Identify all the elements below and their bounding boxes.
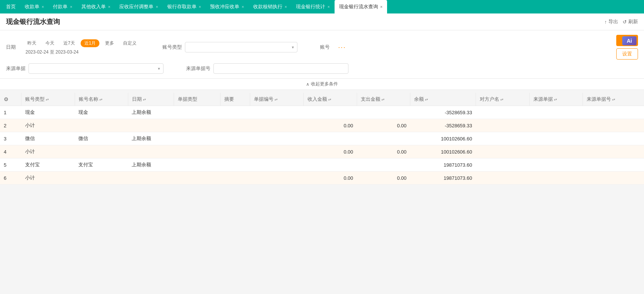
date-btn-1month[interactable]: 近1月 xyxy=(81,39,100,47)
th-expense[interactable]: 支出金额 ▴▾ xyxy=(357,93,410,106)
doc-no-cell xyxy=(250,119,303,132)
sort-icon-account-type: ▴▾ xyxy=(46,98,49,101)
date-btn-yesterday[interactable]: 昨天 xyxy=(24,39,40,48)
row-number: 2 xyxy=(0,119,21,132)
th-counterparty[interactable]: 对方户名 ▴▾ xyxy=(476,93,529,106)
row-number: 6 xyxy=(0,172,21,185)
expense-cell: 0.00 xyxy=(357,119,410,132)
nav-item-prepay[interactable]: 预收冲应收单 × xyxy=(206,0,248,13)
settings-button[interactable]: 设置 xyxy=(616,48,638,60)
date-cell xyxy=(128,145,174,158)
page-header: 现金银行流水查询 ↑ 导出 ↺ 刷新 xyxy=(0,13,644,30)
export-label: 导出 xyxy=(608,18,618,25)
account-type-label: 账号类型 xyxy=(162,44,182,51)
close-icon-other-income[interactable]: × xyxy=(108,0,110,13)
th-account-name[interactable]: 账号名称 ▴▾ xyxy=(75,93,128,106)
th-gear[interactable]: ⚙ xyxy=(0,93,21,106)
refresh-button[interactable]: ↺ 刷新 xyxy=(623,18,638,25)
table-row: 1现金现金上期余额-3528659.33 xyxy=(0,106,644,119)
th-date[interactable]: 日期 ▴▾ xyxy=(128,93,174,106)
account-type-cell: 小计 xyxy=(21,145,75,158)
close-icon-cash-stats[interactable]: × xyxy=(327,0,330,13)
nav-item-receipt[interactable]: 收款单 × xyxy=(20,0,48,13)
nav-item-payment[interactable]: 付款单 × xyxy=(48,0,77,13)
nav-item-ar-adjust[interactable]: 应收应付调整单 × xyxy=(115,0,162,13)
close-icon-payment[interactable]: × xyxy=(70,0,72,13)
collapse-bar[interactable]: ∧ 收起更多条件 xyxy=(0,79,644,90)
date-btn-7days[interactable]: 近7天 xyxy=(60,39,78,48)
close-icon-bank-deposit[interactable]: × xyxy=(199,0,201,13)
expense-cell xyxy=(357,158,410,172)
date-btn-group: 昨天 今天 近7天 近1月 更多 自定义 xyxy=(24,39,140,48)
nav-item-cash-flow[interactable]: 现金银行流水查询 × xyxy=(335,0,387,13)
source-doc-no-cell xyxy=(582,132,644,145)
nav-label-write-off: 收款核销执行 xyxy=(253,0,282,13)
header-actions: ↑ 导出 ↺ 刷新 xyxy=(605,18,638,25)
close-icon-cash-flow[interactable]: × xyxy=(380,0,383,13)
more-dots[interactable]: ··· xyxy=(338,43,346,51)
account-type-cell: 小计 xyxy=(21,172,75,185)
close-icon-write-off[interactable]: × xyxy=(285,0,287,13)
source-doc-filter-group: 来源单据 ▾ xyxy=(6,63,164,74)
summary-cell xyxy=(220,158,250,172)
nav-item-home[interactable]: 首页 xyxy=(2,0,20,13)
th-balance[interactable]: 余额 ▴▾ xyxy=(410,93,476,106)
close-icon-prepay[interactable]: × xyxy=(242,0,244,13)
source-doc-no-cell xyxy=(582,106,644,119)
ai-badge[interactable]: Ai xyxy=(622,36,636,45)
sort-icon-counterparty: ▴▾ xyxy=(500,98,503,101)
source-doc-label: 来源单据 xyxy=(6,65,26,72)
account-filter-group: 账号 ··· xyxy=(320,43,346,51)
nav-label-prepay: 预收冲应收单 xyxy=(210,0,239,13)
table-row: 4小计0.000.00100102606.60 xyxy=(0,145,644,158)
income-cell xyxy=(303,106,357,119)
doc-type-cell xyxy=(174,119,220,132)
sort-icon-account-name: ▴▾ xyxy=(99,98,102,101)
account-type-select[interactable]: ▾ xyxy=(185,42,297,52)
source-doc-no-cell xyxy=(582,172,644,185)
date-btn-more[interactable]: 更多 xyxy=(102,39,117,48)
source-doc-no-input[interactable] xyxy=(213,63,348,74)
date-btn-today[interactable]: 今天 xyxy=(42,39,58,48)
close-icon-ar-adjust[interactable]: × xyxy=(156,0,158,13)
nav-item-cash-stats[interactable]: 现金银行统计 × xyxy=(291,0,334,13)
counterparty-cell xyxy=(476,158,529,172)
balance-cell: 19871073.60 xyxy=(410,172,476,185)
th-account-type[interactable]: 账号类型 ▴▾ xyxy=(21,93,75,106)
th-summary-label: 摘要 xyxy=(224,96,234,103)
th-income[interactable]: 收入金额 ▴▾ xyxy=(303,93,357,106)
nav-item-bank-deposit[interactable]: 银行存取款单 × xyxy=(163,0,206,13)
th-counterparty-label: 对方户名 xyxy=(480,96,499,103)
nav-item-write-off[interactable]: 收款核销执行 × xyxy=(249,0,291,13)
table-settings-gear-icon[interactable]: ⚙ xyxy=(4,96,9,102)
table-header-row: ⚙ 账号类型 ▴▾ 账号名称 ▴▾ 日期 xyxy=(0,93,644,106)
counterparty-cell xyxy=(476,172,529,185)
top-navigation: 首页 收款单 × 付款单 × 其他收入单 × 应收应付调整单 × 银行存取款单 … xyxy=(0,0,644,13)
income-cell xyxy=(303,132,357,145)
source-doc-no-filter-group: 来源单据号 xyxy=(186,63,348,74)
nav-item-other-income[interactable]: 其他收入单 × xyxy=(77,0,115,13)
account-name-cell: 现金 xyxy=(75,106,128,119)
th-source-doc-no[interactable]: 来源单据号 ▴▾ xyxy=(582,93,644,106)
account-name-cell xyxy=(75,119,128,132)
source-doc-select[interactable]: ▾ xyxy=(29,63,164,74)
income-cell: 0.00 xyxy=(303,172,357,185)
th-doc-no[interactable]: 单据编号 ▴▾ xyxy=(250,93,303,106)
account-name-cell: 微信 xyxy=(75,132,128,145)
table-body: 1现金现金上期余额-3528659.332小计0.000.00-3528659.… xyxy=(0,106,644,185)
doc-type-cell xyxy=(174,132,220,145)
th-source-doc[interactable]: 来源单据 ▴▾ xyxy=(529,93,582,106)
sort-icon-expense: ▴▾ xyxy=(381,98,384,101)
counterparty-cell xyxy=(476,145,529,158)
doc-type-cell xyxy=(174,158,220,172)
source-doc-cell xyxy=(529,106,582,119)
account-name-cell xyxy=(75,172,128,185)
date-btn-custom[interactable]: 自定义 xyxy=(120,39,140,48)
th-balance-label: 余额 xyxy=(414,96,424,103)
date-filters: 昨天 今天 近7天 近1月 更多 自定义 2023-02-24 至 2023-0… xyxy=(24,39,140,55)
export-button[interactable]: ↑ 导出 xyxy=(605,18,618,25)
table-row: 3微信微信上期余额100102606.60 xyxy=(0,132,644,145)
close-icon-receipt[interactable]: × xyxy=(42,0,44,13)
sort-icon-income: ▴▾ xyxy=(328,98,331,101)
source-doc-cell xyxy=(529,158,582,172)
